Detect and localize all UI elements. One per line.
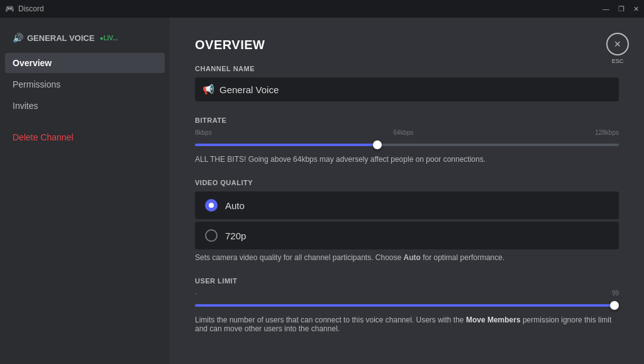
video-auto-label: Auto bbox=[225, 200, 245, 211]
bitrate-slider-fill bbox=[195, 144, 377, 146]
channel-emoji: 📢 bbox=[203, 84, 214, 95]
esc-label: ESC bbox=[612, 58, 624, 64]
video-quality-note: Sets camera video quality for all channe… bbox=[195, 253, 619, 262]
online-badge: ●LIV... bbox=[99, 35, 118, 42]
titlebar-controls: — ❐ ✕ bbox=[602, 6, 639, 13]
sidebar-item-overview[interactable]: Overview bbox=[5, 53, 165, 73]
video-720p-label: 720p bbox=[225, 230, 246, 241]
user-limit-label: USER LIMIT bbox=[195, 277, 619, 285]
minimize-button[interactable]: — bbox=[602, 6, 609, 13]
radio-720p bbox=[205, 229, 218, 242]
app-icon: 🎮 bbox=[5, 4, 14, 13]
bitrate-max: 128kbps bbox=[595, 129, 619, 136]
speaker-icon: 🔊 bbox=[13, 33, 23, 43]
bitrate-range-labels: 8kbps 64kbps 128kbps bbox=[195, 129, 619, 136]
close-icon: ✕ bbox=[614, 40, 621, 48]
sidebar-item-delete-channel[interactable]: Delete Channel bbox=[5, 127, 165, 147]
channel-header: 🔊 GENERAL VOICE ●LIV... bbox=[5, 28, 165, 48]
video-quality-720p-option[interactable]: 720p bbox=[195, 222, 619, 249]
app-name: Discord bbox=[18, 4, 44, 13]
bitrate-slider-container bbox=[195, 139, 619, 151]
bitrate-slider-thumb[interactable] bbox=[373, 140, 382, 149]
main-content: ✕ ESC OVERVIEW CHANNEL NAME 📢 BITRATE 8k… bbox=[170, 18, 644, 364]
user-limit-range-labels: - 99 bbox=[195, 290, 619, 297]
bitrate-note: ALL THE BITS! Going above 64kbps may adv… bbox=[195, 155, 619, 164]
sidebar: 🔊 GENERAL VOICE ●LIV... Overview Permiss… bbox=[0, 18, 170, 364]
video-quality-label: VIDEO QUALITY bbox=[195, 179, 619, 186]
radio-auto bbox=[205, 199, 218, 212]
user-limit-slider-thumb[interactable] bbox=[610, 301, 619, 310]
restore-button[interactable]: ❐ bbox=[618, 6, 625, 13]
channel-name-label: CHANNEL NAME bbox=[195, 65, 619, 72]
user-limit-slider-container bbox=[195, 299, 619, 312]
channel-name-input[interactable] bbox=[219, 84, 611, 95]
user-limit-min: - bbox=[195, 290, 197, 297]
bitrate-label: BITRATE bbox=[195, 117, 619, 124]
user-limit-note: Limits the number of users that can conn… bbox=[195, 316, 619, 333]
user-limit-max: 99 bbox=[612, 290, 619, 297]
bitrate-mid: 64kbps bbox=[393, 129, 413, 136]
app-body: 🔊 GENERAL VOICE ●LIV... Overview Permiss… bbox=[0, 18, 644, 364]
user-limit-section: USER LIMIT - 99 Limits the number of use… bbox=[195, 277, 619, 333]
esc-button[interactable]: ✕ ESC bbox=[606, 33, 629, 55]
sidebar-item-permissions[interactable]: Permissions bbox=[5, 74, 165, 94]
titlebar: 🎮 Discord — ❐ ✕ bbox=[0, 0, 644, 18]
bitrate-min: 8kbps bbox=[195, 129, 212, 136]
close-button[interactable]: ✕ bbox=[633, 6, 639, 13]
titlebar-left: 🎮 Discord bbox=[5, 4, 44, 13]
section-title: OVERVIEW bbox=[195, 38, 619, 52]
video-quality-auto-option[interactable]: Auto bbox=[195, 191, 619, 219]
channel-name: GENERAL VOICE bbox=[27, 33, 94, 43]
video-quality-section: VIDEO QUALITY Auto 720p Sets camera vide… bbox=[195, 179, 619, 262]
bitrate-section: BITRATE 8kbps 64kbps 128kbps ALL THE BIT… bbox=[195, 117, 619, 164]
user-limit-slider-fill bbox=[195, 304, 614, 307]
sidebar-item-invites[interactable]: Invites bbox=[5, 96, 165, 116]
